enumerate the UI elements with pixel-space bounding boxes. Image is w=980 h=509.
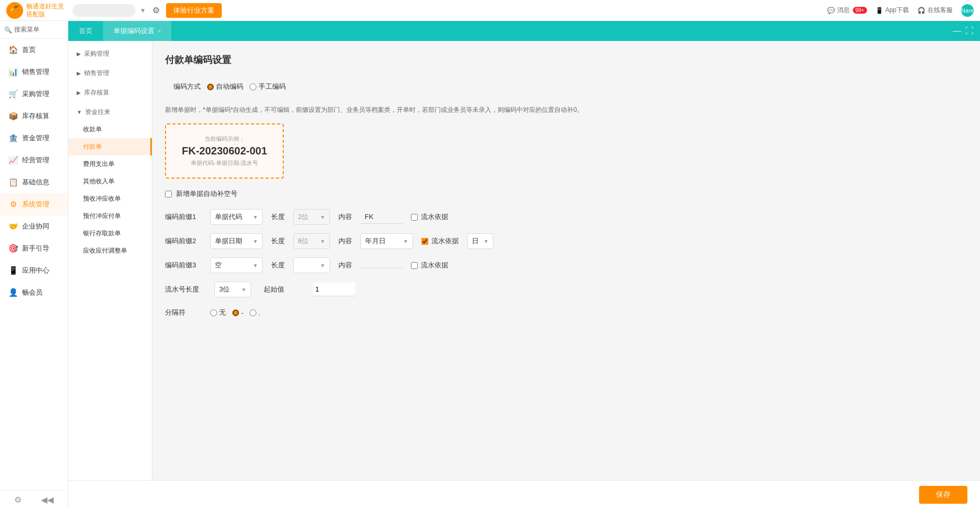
prefix2-select[interactable]: 单据日期 ▼ — [210, 233, 263, 249]
prefix1-select[interactable]: 单据代码 ▼ — [210, 209, 263, 225]
auto-code-radio[interactable] — [207, 84, 214, 90]
prefix3-select[interactable]: 空 ▼ — [210, 257, 263, 273]
chevron-down-icon6: ▼ — [320, 238, 325, 244]
preview-desc: 单据代码-单据日期-流水号 — [182, 159, 267, 167]
sidebar: 🔍 搜索菜单 🏠 首页 📊 销售管理 🛒 采购管理 📦 库存核算 🏦 资金管理 … — [0, 21, 68, 509]
maximize-button[interactable]: ⛶ — [965, 26, 974, 36]
content1-label: 内容 — [338, 212, 352, 222]
search-menu[interactable]: 🔍 搜索菜单 — [0, 21, 68, 39]
nav-group-inventory: ▶ 库存核算 — [68, 84, 152, 101]
length2-select[interactable]: 8位 ▼ — [293, 233, 330, 249]
top-bar: 🍊 畅通道好生意 搭配版 ▼ ⚙ 体验行业方案 💬 消息 99+ 📱 App下载… — [0, 0, 980, 21]
length3-select[interactable]: ▼ — [293, 257, 330, 273]
gear-icon[interactable]: ⚙ — [150, 3, 162, 17]
stream2-checkbox[interactable] — [421, 238, 428, 245]
start-value-input[interactable] — [313, 283, 355, 296]
sidebar-item-sales[interactable]: 📊 销售管理 — [0, 61, 68, 83]
capital-icon: 🏦 — [8, 133, 18, 143]
nav-item-bank-deposit[interactable]: 银行存取款单 — [68, 225, 152, 242]
chevron-down-icon: ▼ — [140, 7, 146, 14]
coding-method-label: 编码方式 — [173, 82, 201, 91]
message-btn[interactable]: 💬 消息 99+ — [827, 6, 867, 15]
nav-item-prepay-receivable[interactable]: 预收冲应收单 — [68, 190, 152, 207]
sidebar-item-operations[interactable]: 📈 经营管理 — [0, 149, 68, 171]
nav-item-prepay-payable[interactable]: 预付冲应付单 — [68, 207, 152, 225]
chevron-down-icon10: ▼ — [320, 263, 325, 268]
tab-home[interactable]: 首页 — [68, 21, 103, 41]
separator-dash-label[interactable]: - — [232, 309, 243, 317]
collapse-icon[interactable]: ◀◀ — [41, 495, 54, 505]
manual-code-radio-label[interactable]: 手工编码 — [250, 82, 286, 91]
prefix2-label: 编码前缀2 — [165, 236, 202, 246]
sidebar-bottom: ⚙ ◀◀ — [0, 490, 68, 509]
headset-icon: 🎧 — [917, 7, 925, 14]
serial-length-select[interactable]: 3位 ▼ — [214, 282, 251, 297]
stream1-check-label[interactable]: 流水依据 — [411, 212, 448, 222]
settings-bottom-icon[interactable]: ⚙ — [14, 495, 22, 505]
stream2-select[interactable]: 日 ▼ — [467, 233, 493, 249]
save-button[interactable]: 保存 — [919, 486, 967, 504]
separator-dot-label[interactable]: . — [250, 309, 261, 317]
nav-item-payment[interactable]: 付款单 — [68, 138, 152, 155]
stream3-checkbox[interactable] — [411, 262, 418, 269]
tab-actions: — ⛶ — [953, 26, 980, 36]
nav-item-ap-ar-adjust[interactable]: 应收应付调整单 — [68, 242, 152, 259]
sidebar-item-enterprise[interactable]: 🤝 企业协同 — [0, 215, 68, 237]
online-service-btn[interactable]: 🎧 在线客服 — [917, 6, 953, 15]
logo-text: 畅通道好生意 搭配版 — [26, 3, 64, 18]
prefix3-label: 编码前缀3 — [165, 261, 202, 270]
separator-dot-radio[interactable] — [250, 309, 256, 316]
sidebar-item-app-center[interactable]: 📱 应用中心 — [0, 259, 68, 282]
stream2-check-label[interactable]: 流水依据 — [421, 236, 459, 246]
app-download-btn[interactable]: 📱 App下载 — [875, 6, 909, 15]
appcenter-icon: 📱 — [8, 266, 18, 275]
separator-none-radio[interactable] — [210, 309, 217, 316]
nav-item-expense[interactable]: 费用支出单 — [68, 155, 152, 173]
length1-select[interactable]: 2位 ▼ — [293, 209, 330, 225]
sidebar-item-inventory[interactable]: 📦 库存核算 — [0, 105, 68, 127]
tab-document-code[interactable]: 单据编码设置 × — [103, 21, 171, 41]
length3-label: 长度 — [271, 261, 285, 270]
stream3-check-label[interactable]: 流水依据 — [411, 261, 448, 270]
minimize-button[interactable]: — — [953, 26, 961, 36]
newbie-icon: 🎯 — [8, 244, 18, 253]
nav-item-receipt[interactable]: 收款单 — [68, 121, 152, 138]
sidebar-item-newbie[interactable]: 🎯 新手引导 — [0, 237, 68, 259]
sidebar-item-system[interactable]: ⚙ 系统管理 — [0, 193, 68, 215]
sidebar-item-member[interactable]: 👤 畅会员 — [0, 282, 68, 304]
user-avatar[interactable]: Nare — [961, 4, 974, 17]
nav-group-inventory-title[interactable]: ▶ 库存核算 — [68, 84, 152, 101]
separator-none-label[interactable]: 无 — [210, 308, 226, 317]
manual-code-radio[interactable] — [250, 84, 256, 90]
trial-button[interactable]: 体验行业方案 — [166, 3, 222, 18]
tab-close-icon[interactable]: × — [158, 28, 161, 34]
logo: 🍊 畅通道好生意 搭配版 — [6, 2, 64, 19]
left-nav: ▶ 采购管理 ▶ 销售管理 ▶ 库存核算 — [68, 41, 152, 509]
inventory-icon: 📦 — [8, 111, 18, 121]
preview-code: FK-20230602-001 — [182, 145, 267, 157]
sidebar-item-home[interactable]: 🏠 首页 — [0, 39, 68, 61]
tab-bar: 首页 单据编码设置 × — ⛶ — [68, 21, 980, 41]
sidebar-item-purchase[interactable]: 🛒 采购管理 — [0, 83, 68, 105]
separator-radio-group: 无 - . — [210, 308, 261, 317]
content2-select[interactable]: 年月日 ▼ — [360, 233, 413, 249]
nav-group-sales: ▶ 销售管理 — [68, 65, 152, 82]
nav-item-other-income[interactable]: 其他收入单 — [68, 173, 152, 190]
auto-fill-checkbox[interactable] — [165, 191, 172, 198]
chevron-down-icon11: ▼ — [241, 287, 246, 293]
chevron-down-icon8: ▼ — [483, 238, 489, 244]
top-right-actions: 💬 消息 99+ 📱 App下载 🎧 在线客服 Nare — [827, 4, 974, 17]
separator-dash-radio[interactable] — [232, 309, 239, 316]
sidebar-item-capital[interactable]: 🏦 资金管理 — [0, 127, 68, 149]
nav-group-purchase-title[interactable]: ▶ 采购管理 — [68, 45, 152, 63]
nav-group-capital-title[interactable]: ▼ 资金往来 — [68, 103, 152, 121]
stream1-checkbox[interactable] — [411, 214, 418, 221]
basicinfo-icon: 📋 — [8, 178, 18, 187]
length2-label: 长度 — [271, 236, 285, 246]
download-icon: 📱 — [875, 7, 883, 14]
sidebar-item-basic-info[interactable]: 📋 基础信息 — [0, 171, 68, 193]
content-area: 首页 单据编码设置 × — ⛶ ▶ 采购管理 — [68, 21, 980, 509]
auto-code-radio-label[interactable]: 自动编码 — [207, 82, 243, 91]
nav-group-sales-title[interactable]: ▶ 销售管理 — [68, 65, 152, 82]
page-title: 付款单编码设置 — [165, 54, 967, 66]
